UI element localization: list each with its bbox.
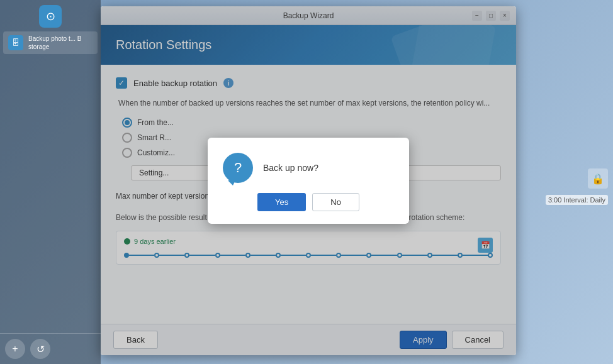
taskbar-bottom: + ↺ — [0, 333, 101, 364]
dialog-question-icon: ? — [223, 153, 253, 183]
desktop: ⊙ 🗄 Backup photo t... B storage + ↺ 🔒 3:… — [0, 0, 613, 364]
taskbar-item-backup[interactable]: 🗄 Backup photo t... B storage — [3, 31, 98, 54]
taskbar-item-label: Backup photo t... B storage — [28, 35, 93, 51]
dialog-overlay: ? Back up now? Yes No — [101, 6, 516, 355]
dialog-yes-button[interactable]: Yes — [257, 193, 306, 211]
schedule-info: 3:00 Interval: Daily — [546, 195, 608, 205]
backup-item-icon: 🗄 — [8, 35, 23, 50]
right-panel: 🔒 3:00 Interval: Daily — [515, 0, 613, 364]
dialog-buttons: Yes No — [223, 193, 394, 211]
lock-icon: 🔒 — [588, 168, 608, 189]
add-button[interactable]: + — [5, 339, 25, 359]
refresh-button[interactable]: ↺ — [30, 339, 50, 359]
main-window: Backup Wizard − □ × Rotation Settings ✓ … — [101, 6, 516, 355]
dialog-no-button[interactable]: No — [312, 193, 359, 211]
dialog-message: Back up now? — [263, 163, 318, 173]
dialog-box: ? Back up now? Yes No — [208, 138, 409, 224]
app-icon[interactable]: ⊙ — [39, 5, 62, 28]
dialog-content: ? Back up now? — [223, 153, 394, 183]
taskbar: ⊙ 🗄 Backup photo t... B storage + ↺ — [0, 0, 101, 364]
